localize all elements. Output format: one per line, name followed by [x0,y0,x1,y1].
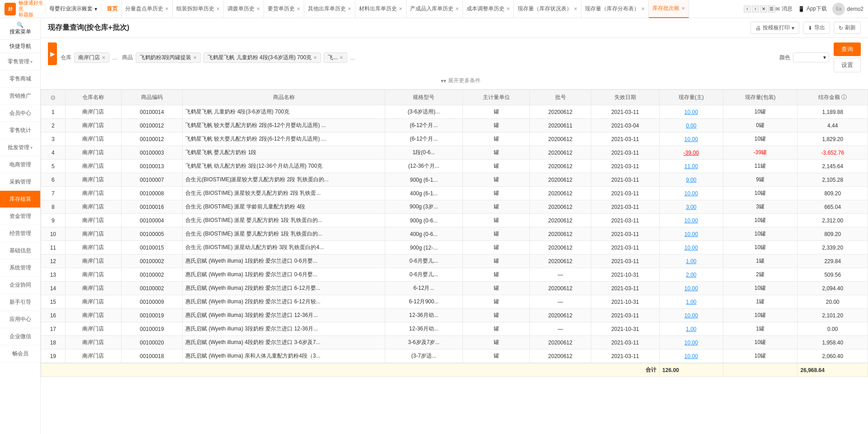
sidebar-search[interactable]: 🔍 搜索菜单 [0,18,40,40]
page-title: 现存量查询(按仓库+批次) [48,23,129,33]
tab-close-icon[interactable]: ✕ [455,6,459,11]
sidebar-item-6[interactable]: 电商管理 [0,156,40,174]
sidebar-item-13[interactable]: 企业协同 [0,277,40,294]
sidebar-item-3[interactable]: 会员中心 [0,105,40,122]
goods-tag-3[interactable]: 飞... ✕ [324,52,347,63]
tab-close-icon[interactable]: ✕ [399,6,402,11]
row-spec: 6-12月900... [385,295,463,309]
sidebar-item-11[interactable]: 基础信息 [0,242,40,259]
tab-item[interactable]: 库存批次账✕ [649,0,689,18]
tab-close-icon[interactable]: ✕ [256,6,260,11]
sidebar-item-0[interactable]: 零售管理 ▾ [0,53,40,71]
row-unit: 罐 [462,119,530,132]
sidebar-item-5[interactable]: 批发管理 ▾ [0,139,40,156]
tab-close-icon[interactable]: ✕ [681,6,685,11]
row-qty[interactable]: -39.00 [660,146,723,160]
tab-item[interactable]: 材料出库单历史✕ [355,0,406,18]
sidebar-item-10[interactable]: 经营管理 [0,225,40,242]
print-icon: 🖨 [755,25,761,31]
row-qty[interactable]: 0.00 [660,119,723,132]
remove-warehouse-1-icon[interactable]: ✕ [102,55,105,60]
row-qty[interactable]: 1.00 [660,322,723,336]
avatar: Ea [832,3,845,15]
refresh-button[interactable]: ↻ 刷新 [834,22,861,34]
sidebar-quick-nav[interactable]: 快捷导航 [0,40,40,53]
row-qty[interactable]: 10.00 [660,309,723,322]
row-qty[interactable]: 11.00 [660,160,723,173]
tab-close-arrow[interactable]: ✕ [760,5,767,13]
row-qty[interactable]: 10.00 [660,241,723,255]
sidebar-item-7[interactable]: 采购管理 [0,174,40,191]
sidebar-item-9[interactable]: 资金管理 [0,208,40,225]
sidebar-item-17[interactable]: 畅会员 [0,345,40,363]
tab-close-icon[interactable]: ✕ [641,6,645,11]
tab-next-arrow[interactable]: › [752,5,759,13]
settings-icon[interactable]: ⚙ [50,94,56,101]
row-qty[interactable]: 1.00 [660,295,723,309]
export-button[interactable]: ⬇ 导出 [803,22,830,34]
row-qty[interactable]: 2.00 [660,268,723,282]
row-qty[interactable]: 10.00 [660,282,723,295]
sidebar-item-2[interactable]: 营销推广 [0,88,40,105]
row-qty[interactable]: 10.00 [660,214,723,227]
tab-item[interactable]: 其他出库单历史✕ [304,0,355,18]
sidebar-item-1[interactable]: 零售商城 [0,71,40,88]
goods-more-dots[interactable]: ... [350,54,355,61]
filter-toggle-btn[interactable]: ▶ [48,42,57,65]
sidebar-item-15[interactable]: 应用中心 [0,311,40,328]
print-button[interactable]: 🖨 按模板打印 ▾ [750,22,799,34]
row-qty[interactable]: 10.00 [660,105,723,119]
col-settings[interactable]: ⚙ [41,90,66,105]
tab-close-icon[interactable]: ✕ [216,6,220,11]
tab-item[interactable]: 成本调整单历史✕ [463,0,514,18]
tab-close-icon[interactable]: ✕ [506,6,510,11]
tab-item[interactable]: 现存量（库存分布表）✕ [581,0,649,18]
app-download-btn[interactable]: 📱 App下载 [798,5,827,13]
row-qty[interactable]: 10.00 [660,187,723,200]
row-qty[interactable]: 1.00 [660,255,723,268]
tab-close-icon[interactable]: ✕ [165,6,169,11]
user-menu[interactable]: Ea demo2 [832,3,863,15]
tab-item[interactable]: 首页 [103,0,122,18]
row-qty[interactable]: 9.00 [660,173,723,187]
expand-more-btn[interactable]: ▾▾ 展开更多条件 [441,77,481,85]
warehouse-tag-1[interactable]: 南岸门店 ✕ [74,52,109,63]
sidebar-item-14[interactable]: 新手引导 [0,294,40,311]
goods-tag-2[interactable]: 飞鹤星飞帆 儿童奶粉 4段(3-6岁适用) 700克 ✕ [203,52,321,63]
tab-close-icon[interactable]: ✕ [297,6,300,11]
goods-tag-1[interactable]: 飞鹤奶粉3段丙罐提装 ✕ [136,52,201,63]
tab-item[interactable]: 调拨单历史✕ [224,0,264,18]
remove-goods-2-icon[interactable]: ✕ [313,55,317,60]
remove-goods-1-icon[interactable]: ✕ [193,55,197,60]
color-dropdown[interactable]: ▾ [793,52,829,62]
tab-item[interactable]: 要货单历史✕ [264,0,304,18]
row-qty[interactable]: 10.00 [660,336,723,349]
row-qty[interactable]: 10.00 [660,132,723,146]
tab-close-icon[interactable]: ✕ [574,6,577,11]
warehouse-more-dots[interactable]: ... [112,54,118,61]
remove-goods-3-icon[interactable]: ✕ [340,55,343,60]
setting-button[interactable]: 设置 [834,58,861,72]
row-name: 飞鹤星飞帆 较大婴儿配方奶粉 2段(6-12个月婴幼儿适用) ... [183,132,385,146]
query-button[interactable]: 查询 [834,42,861,56]
row-spec: 12-36月幼... [385,322,463,336]
tab-item[interactable]: 产成品入库单历史✕ [406,0,463,18]
row-qty[interactable]: 10.00 [660,349,723,363]
row-batch: — [530,322,591,336]
tab-prev-arrow[interactable]: ‹ [744,5,751,13]
tab-menu-arrow[interactable]: ☰ [768,5,775,13]
tab-close-icon[interactable]: ✕ [348,6,351,11]
sidebar-item-8[interactable]: 库存核算 [0,191,40,208]
account-dropdown[interactable]: 母婴行业演示账套 ▾ [45,5,101,13]
row-qty[interactable]: 3.00 [660,200,723,214]
row-qty[interactable]: 10.00 [660,227,723,241]
tab-item[interactable]: 现存量（库存状况表）✕ [514,0,581,18]
message-btn[interactable]: ✉ 消息 [775,5,793,13]
tab-item[interactable]: 组装拆卸单历史✕ [173,0,224,18]
tab-item[interactable]: 分量盘点单历史✕ [122,0,173,18]
sidebar-item-12[interactable]: 系统管理 [0,259,40,277]
row-name: 飞鹤星飞帆 较大婴儿配方奶粉 2段(6-12个月婴幼儿适用) ... [183,119,385,132]
sidebar-item-16[interactable]: 企业微信 [0,328,40,345]
sidebar-item-4[interactable]: 零售统计 [0,122,40,139]
col-expire: 失效日期 [591,90,659,105]
